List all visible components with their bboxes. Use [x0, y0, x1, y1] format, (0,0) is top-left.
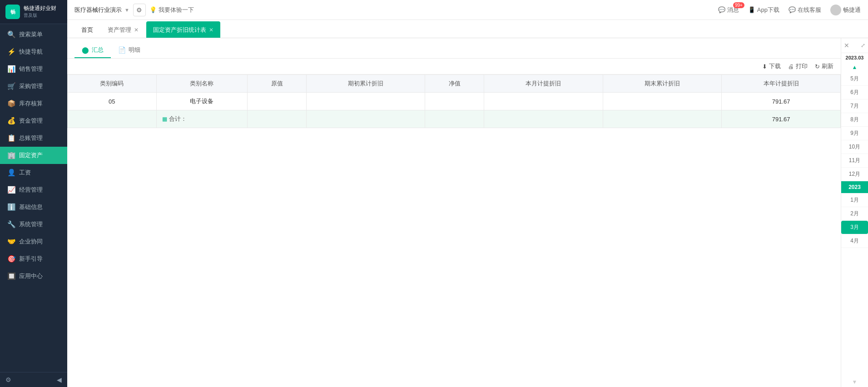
sidebar-item-inventory[interactable]: 📦 库存核算: [0, 95, 67, 112]
date-scroll-up[interactable]: ▲: [841, 62, 868, 72]
date-month-9[interactable]: 9月: [841, 127, 868, 140]
refresh-icon: ↻: [815, 63, 820, 70]
subtab-summary[interactable]: ⬤ 汇总: [74, 43, 111, 58]
settings-icon[interactable]: ⚙: [5, 376, 11, 383]
app-download-label: App下载: [757, 6, 779, 14]
subtab-bar: ⬤ 汇总 📄 明细: [67, 38, 841, 59]
total-monthly: [484, 110, 603, 128]
user-menu[interactable]: 畅捷通: [830, 5, 861, 15]
sidebar-label-business: 经营管理: [19, 186, 43, 194]
date-month-6[interactable]: 6月: [841, 86, 868, 99]
depreciation-table-wrapper: 类别编码 类别名称 原值 期初累计折旧 净值 本月计提折旧 期末累计折旧 本年计…: [67, 74, 841, 387]
topbar: 医疗器械行业演示 ▼ ⚙ 💡 我要体验一下 💬 消息 99+ 📱 App下载 💬…: [67, 0, 868, 20]
row-net: [425, 93, 484, 110]
col-header-original: 原值: [248, 75, 307, 93]
date-month-12[interactable]: 12月: [841, 168, 868, 181]
sidebar-item-guide[interactable]: 🎯 新手引导: [0, 250, 67, 268]
row-annual: 791.67: [722, 93, 841, 110]
date-month-8[interactable]: 8月: [841, 113, 868, 127]
table-header-row: 类别编码 类别名称 原值 期初累计折旧 净值 本月计提折旧 期末累计折旧 本年计…: [68, 75, 841, 93]
date-panel: ✕ ⤢ 2023.03 ▲ 5月 6月 7月 8月 9月 10月 11月 12月…: [841, 38, 868, 387]
trial-button[interactable]: 💡 我要体验一下: [149, 6, 194, 14]
sidebar-logo: 畅 畅捷通好业财 普及版: [0, 0, 67, 24]
tab-fixed-depreciation-close[interactable]: ✕: [209, 27, 213, 33]
service-icon: 💬: [789, 6, 796, 13]
main-area: 医疗器械行业演示 ▼ ⚙ 💡 我要体验一下 💬 消息 99+ 📱 App下载 💬…: [67, 0, 868, 387]
sidebar-item-purchase[interactable]: 🛒 采购管理: [0, 78, 67, 95]
row-original: [248, 93, 307, 110]
sidebar-item-finance[interactable]: 💰 资金管理: [0, 112, 67, 129]
collapse-sidebar-icon[interactable]: ◀: [57, 376, 62, 383]
sidebar-label-fixed-assets: 固定资产: [19, 151, 43, 159]
online-service-button[interactable]: 💬 在线客服: [789, 6, 821, 14]
sales-icon: 📊: [7, 65, 15, 73]
sidebar-item-fixed-assets[interactable]: 🏢 固定资产: [0, 147, 67, 164]
subtab-detail[interactable]: 📄 明细: [111, 43, 148, 58]
table-total-row: ▦ 合计： 791.67: [68, 110, 841, 128]
sidebar-item-cooperation[interactable]: 🤝 企业协同: [0, 233, 67, 250]
sidebar-item-search[interactable]: 🔍 搜索菜单: [0, 26, 67, 43]
sidebar-label-system: 系统管理: [19, 220, 43, 228]
date-month-2[interactable]: 2月: [841, 207, 868, 221]
tab-fixed-depreciation[interactable]: 固定资产折旧统计表 ✕: [146, 21, 220, 38]
sidebar-item-app-center[interactable]: 🔲 应用中心: [0, 268, 67, 285]
date-year-label: 2023.03: [841, 53, 868, 62]
depreciation-table: 类别编码 类别名称 原值 期初累计折旧 净值 本月计提折旧 期末累计折旧 本年计…: [67, 74, 841, 128]
refresh-button[interactable]: ↻ 刷新: [815, 62, 833, 70]
tab-asset-mgmt[interactable]: 资产管理 ✕: [101, 21, 145, 38]
date-scroll-down[interactable]: ▼: [841, 377, 868, 387]
app-center-icon: 🔲: [7, 272, 15, 280]
system-icon: 🔧: [7, 220, 15, 228]
col-header-annual: 本年计提折旧: [722, 75, 841, 93]
service-label: 在线客服: [798, 6, 821, 14]
date-panel-expand-icon[interactable]: ⤢: [861, 42, 865, 49]
date-month-1[interactable]: 1月: [841, 194, 868, 207]
total-label-cell: ▦ 合计：: [156, 110, 248, 128]
inventory-icon: 📦: [7, 99, 15, 108]
row-end-cumulative: [603, 93, 722, 110]
tab-asset-mgmt-close[interactable]: ✕: [134, 27, 139, 33]
company-settings-button[interactable]: ⚙: [133, 4, 146, 16]
search-icon: 🔍: [7, 30, 15, 39]
app-download-icon: 📱: [748, 6, 755, 13]
date-month-7[interactable]: 7月: [841, 99, 868, 113]
col-header-name: 类别名称: [156, 75, 248, 93]
sidebar-item-quick-nav[interactable]: ⚡ 快捷导航: [0, 43, 67, 60]
company-dropdown-arrow: ▼: [124, 7, 129, 13]
date-month-4[interactable]: 4月: [841, 234, 868, 248]
col-header-end-cumulative: 期末累计折旧: [603, 75, 722, 93]
guide-icon: 🎯: [7, 255, 15, 263]
row-cumulative: [306, 93, 425, 110]
sidebar-label-app-center: 应用中心: [19, 272, 43, 280]
sidebar-label-guide: 新手引导: [19, 255, 43, 263]
sidebar-item-system[interactable]: 🔧 系统管理: [0, 216, 67, 233]
print-label: 打印: [796, 62, 808, 70]
col-header-code: 类别编码: [68, 75, 157, 93]
date-month-3-active[interactable]: 3月: [841, 221, 868, 234]
message-button[interactable]: 💬 消息 99+: [718, 6, 739, 14]
company-selector[interactable]: 医疗器械行业演示 ▼: [74, 6, 129, 14]
gear-icon: ⚙: [136, 6, 142, 14]
sidebar-item-ledger[interactable]: 📋 总账管理: [0, 129, 67, 147]
tab-home[interactable]: 首页: [74, 21, 100, 38]
sidebar-item-business[interactable]: 📈 经营管理: [0, 181, 67, 198]
tab-home-label: 首页: [81, 26, 93, 34]
total-annual: 791.67: [722, 110, 841, 128]
date-panel-close-icon[interactable]: ✕: [844, 42, 849, 49]
date-month-10[interactable]: 10月: [841, 140, 868, 154]
col-header-net: 净值: [425, 75, 484, 93]
content-area: ⬤ 汇总 📄 明细 ⬇ 下载 🖨 打印 ↻: [67, 38, 868, 387]
app-logo-text: 畅捷通好业财 普及版: [24, 5, 56, 19]
sidebar-item-basic-info[interactable]: ℹ️ 基础信息: [0, 198, 67, 216]
purchase-icon: 🛒: [7, 82, 15, 90]
date-month-5[interactable]: 5月: [841, 72, 868, 86]
sidebar-item-payroll[interactable]: 👤 工资: [0, 164, 67, 181]
total-original: [248, 110, 307, 128]
print-button[interactable]: 🖨 打印: [788, 62, 808, 70]
download-button[interactable]: ⬇ 下载: [762, 62, 781, 70]
date-month-11[interactable]: 11月: [841, 154, 868, 168]
sidebar-navigation: 🔍 搜索菜单 ⚡ 快捷导航 📊 销售管理 🛒 采购管理 📦 库存核算 💰 资金管…: [0, 24, 67, 372]
row-monthly: [484, 93, 603, 110]
sidebar-item-sales[interactable]: 📊 销售管理: [0, 60, 67, 78]
app-download-button[interactable]: 📱 App下载: [748, 6, 779, 14]
